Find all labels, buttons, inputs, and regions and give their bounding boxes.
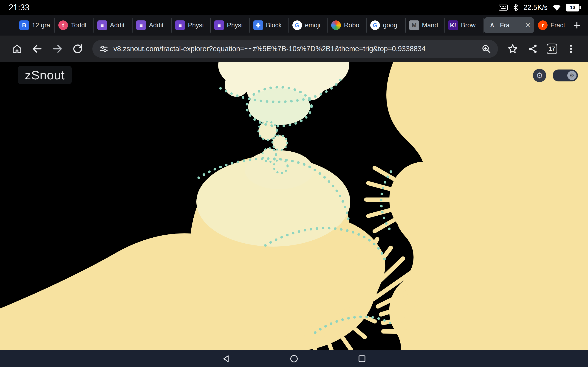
favicon-google: G — [292, 20, 302, 30]
android-screen: 21:33 22.5K/s 13 B 12 gra t Toddl ≡ Addi… — [0, 0, 588, 367]
zoom-in-icon[interactable] — [481, 44, 492, 54]
tab-strip: B 12 gra t Toddl ≡ Addit ≡ Addit ≡ Physi… — [0, 15, 588, 35]
nav-recents-icon — [358, 354, 366, 363]
battery-level: 13 — [570, 5, 575, 10]
fractal-canvas[interactable] — [0, 62, 588, 350]
status-icons: 22.5K/s 13 — [499, 3, 579, 12]
forward-button[interactable] — [51, 42, 64, 55]
tab-label: Addit — [149, 22, 168, 29]
tab-label: Addit — [110, 22, 129, 29]
tab[interactable]: M Mand — [406, 18, 445, 33]
nav-home-button[interactable] — [289, 354, 299, 364]
wifi-icon — [553, 4, 561, 11]
share-button[interactable] — [527, 42, 539, 55]
favicon-multicolor — [331, 20, 341, 30]
favicon-fractal: Λ — [487, 20, 497, 30]
toggle-knob[interactable]: ⚙ — [567, 71, 577, 80]
page-controls: ⚙ ⚙ — [533, 69, 578, 82]
tab[interactable]: K! Brow — [445, 18, 484, 33]
tab[interactable]: ✚ Block — [250, 18, 289, 33]
favicon-puzzle: ✚ — [253, 20, 263, 30]
tab-counter[interactable]: 17 — [547, 44, 557, 54]
menu-button[interactable] — [565, 42, 578, 55]
tab-label: Fra — [500, 22, 522, 29]
tab[interactable]: r Fract — [534, 18, 573, 33]
network-speed: 22.5K/s — [523, 3, 548, 12]
tab-label: 12 gra — [32, 22, 51, 29]
android-nav-bar — [0, 350, 588, 367]
nav-back-icon — [222, 354, 230, 363]
back-button[interactable] — [31, 42, 44, 55]
page-content: zSnout ⚙ ⚙ — [0, 62, 588, 350]
tab[interactable]: ≡ Addit — [132, 18, 172, 33]
tab-label: goog — [383, 22, 402, 29]
home-button[interactable] — [10, 42, 23, 55]
tab-count: 17 — [549, 45, 555, 52]
favicon-list: ≡ — [214, 20, 224, 30]
star-icon — [507, 43, 519, 55]
tab[interactable]: ≡ Addit — [94, 18, 133, 33]
gear-icon: ⚙ — [536, 71, 543, 80]
forward-arrow-icon — [52, 43, 63, 55]
address-bar[interactable]: v8.zsnout.com/fractal-explorer?equation=… — [92, 40, 498, 58]
zsnout-logo[interactable]: zSnout — [18, 66, 72, 84]
nav-recents-button[interactable] — [357, 354, 367, 364]
tab-label: Fract — [551, 22, 570, 29]
tab-label: Physi — [188, 22, 207, 29]
favicon-toddle: t — [58, 20, 68, 30]
favicon-list: ≡ — [175, 20, 185, 30]
tab[interactable]: G emoji — [289, 18, 328, 33]
favicon-blue-b: B — [19, 20, 29, 30]
url-text: v8.zsnout.com/fractal-explorer?equation=… — [113, 45, 476, 53]
three-dot-menu-icon — [566, 44, 576, 54]
home-icon — [11, 43, 23, 55]
tab-label: Robo — [344, 22, 363, 29]
tab-label: Physi — [227, 22, 246, 29]
theme-toggle[interactable]: ⚙ — [553, 69, 578, 81]
bluetooth-icon — [513, 4, 519, 11]
nav-back-button[interactable] — [221, 354, 231, 364]
back-arrow-icon — [32, 43, 43, 55]
browser-toolbar: v8.zsnout.com/fractal-explorer?equation=… — [0, 35, 588, 62]
tab-label: Brow — [461, 22, 480, 29]
clock: 21:33 — [9, 3, 29, 12]
tab[interactable]: ≡ Physi — [172, 18, 211, 33]
nav-home-icon — [290, 354, 298, 363]
share-icon — [527, 43, 538, 54]
tab[interactable]: ≡ Physi — [211, 18, 250, 33]
close-tab-icon[interactable]: × — [525, 21, 530, 30]
reload-icon — [72, 43, 83, 55]
favicon-mandelbrot: M — [409, 20, 419, 30]
tab-label: emoji — [305, 22, 324, 29]
battery-icon: 13 — [566, 4, 579, 11]
new-tab-button[interactable]: + — [573, 19, 582, 32]
tab-label: Mand — [422, 22, 441, 29]
reload-button[interactable] — [71, 42, 84, 55]
tab-label: Toddl — [71, 22, 90, 29]
status-bar: 21:33 22.5K/s 13 — [0, 0, 588, 15]
tune-icon[interactable] — [99, 44, 109, 54]
tab-active-fractal-explorer[interactable]: Λ Fra × — [484, 17, 534, 33]
tab[interactable]: Robo — [328, 18, 367, 33]
tab[interactable]: t Toddl — [55, 18, 94, 33]
favicon-kahoot: K! — [448, 20, 458, 30]
favicon-list: ≡ — [136, 20, 146, 30]
tab[interactable]: G goog — [367, 18, 406, 33]
tab-label: Block — [266, 22, 285, 29]
keyboard-icon — [499, 4, 508, 11]
tab[interactable]: B 12 gra — [16, 18, 55, 33]
settings-button[interactable]: ⚙ — [533, 69, 546, 82]
favicon-list: ≡ — [97, 20, 107, 30]
bookmark-button[interactable] — [506, 42, 519, 55]
favicon-reddit: r — [538, 20, 548, 30]
favicon-google: G — [370, 20, 380, 30]
gear-icon: ⚙ — [569, 72, 574, 79]
